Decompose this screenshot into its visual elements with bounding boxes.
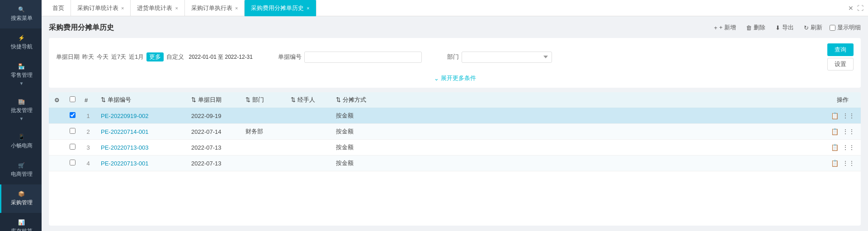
row-1-method: 按金额 xyxy=(331,108,825,124)
data-table-area: ⚙ # ⇅ 单据编号 ⇅ 单据日期 ⇅ 部门 xyxy=(49,92,861,226)
row-3-doc-link[interactable]: PE-20220713-003 xyxy=(101,144,149,151)
date-shortcut-today[interactable]: 今天 xyxy=(97,53,108,61)
row-4-handler xyxy=(286,156,331,171)
sidebar-item-purchase[interactable]: 📦 采购管理 xyxy=(0,184,42,213)
row-4-dept xyxy=(241,156,286,171)
show-columns-input[interactable] xyxy=(830,25,835,31)
tab-purchase-order-stats[interactable]: 采购订单统计表 × xyxy=(71,0,131,16)
chevron-down-icon: ▼ xyxy=(19,81,24,86)
th-date[interactable]: ⇅ 单据日期 xyxy=(187,92,241,108)
row-1-checkbox[interactable] xyxy=(70,112,75,118)
close-tab-1[interactable]: × xyxy=(121,0,124,16)
row-4-edit-icon[interactable]: 📋 xyxy=(831,160,839,167)
filter-dept: 部门 财务部 xyxy=(447,52,552,63)
row-1-more-icon[interactable]: ⋮⋮ xyxy=(842,112,855,119)
tab-purchase-exec[interactable]: 采购订单执行表 × xyxy=(185,0,245,16)
page-header: 采购费用分摊单历史 + + 新增 🗑 删除 ⬇ 导出 ↻ 刷新 xyxy=(49,22,861,33)
row-2-edit-icon[interactable]: 📋 xyxy=(831,128,839,135)
date-shortcut-more[interactable]: 更多 xyxy=(146,52,164,61)
sidebar-item-retail[interactable]: 🏪 零售管理 ▼ xyxy=(0,57,42,92)
export-icon: ⬇ xyxy=(775,24,780,31)
query-setting-area: 查询 设置 xyxy=(827,43,854,71)
sidebar-item-ecom[interactable]: 🛒 电商管理 xyxy=(0,156,42,184)
th-gear[interactable]: ⚙ xyxy=(49,92,65,108)
row-2-checkbox[interactable] xyxy=(70,128,75,134)
main-content: 首页 采购订单统计表 × 进货单统计表 × 采购订单执行表 × 采购费用分摊单历… xyxy=(42,0,868,231)
row-3-doc: PE-20220713-003 xyxy=(96,140,187,156)
settings-button[interactable]: 设置 xyxy=(827,58,854,71)
sidebar-item-nav[interactable]: ⚡ 快捷导航 xyxy=(0,28,42,57)
sidebar-item-wholesale[interactable]: 🏬 批发管理 ▼ xyxy=(0,92,42,127)
tab-home[interactable]: 首页 xyxy=(46,0,71,16)
row-2-handler xyxy=(286,124,331,140)
row-3-checkbox[interactable] xyxy=(70,144,75,150)
row-1-handler xyxy=(286,108,331,124)
ecom-small-icon: 📱 xyxy=(18,134,25,140)
select-all-checkbox[interactable] xyxy=(70,96,75,102)
sidebar-item-ecom-small[interactable]: 📱 小畅电商 xyxy=(0,127,42,156)
date-shortcuts: 昨天 今天 近7天 近1月 更多 自定义 xyxy=(82,52,184,61)
row-1-edit-icon[interactable]: 📋 xyxy=(831,112,839,119)
close-tab-4[interactable]: × xyxy=(307,0,309,16)
sort-icon-date: ⇅ xyxy=(191,96,196,103)
row-4-checkbox[interactable] xyxy=(70,160,75,165)
date-shortcut-custom[interactable]: 自定义 xyxy=(166,53,184,61)
maximize-icon[interactable]: ⛶ xyxy=(857,5,863,12)
sort-icon-doc: ⇅ xyxy=(101,96,106,103)
tab-cost-history[interactable]: 采购费用分摊单历史 × xyxy=(245,0,316,16)
date-filter-label: 单据日期 xyxy=(56,53,80,61)
row-2-method: 按金额 xyxy=(331,124,825,140)
th-num: # xyxy=(80,92,96,108)
dept-select[interactable]: 财务部 xyxy=(462,52,552,63)
export-button[interactable]: ⬇ 导出 xyxy=(773,22,797,33)
th-doc-no[interactable]: ⇅ 单据编号 xyxy=(96,92,187,108)
date-shortcut-1month[interactable]: 近1月 xyxy=(129,53,144,61)
row-3-edit-icon[interactable]: 📋 xyxy=(831,144,839,151)
row-2-more-icon[interactable]: ⋮⋮ xyxy=(842,128,855,135)
row-1-ops: 📋 ⋮⋮ xyxy=(825,108,861,124)
table-row: 2 PE-20220714-001 2022-07-14 财务部 按金额 📋 ⋮… xyxy=(49,124,861,140)
sort-icon-method: ⇅ xyxy=(336,96,341,103)
th-method[interactable]: ⇅ 分摊方式 xyxy=(331,92,825,108)
row-2-num: 2 xyxy=(80,124,96,140)
expand-button[interactable]: ⌄ 展开更多条件 xyxy=(434,74,476,82)
filter-area: 单据日期 昨天 今天 近7天 近1月 更多 自定义 2022-01-01 至 2… xyxy=(49,38,861,88)
table-row: 3 PE-20220713-003 2022-07-13 按金额 📋 ⋮⋮ xyxy=(49,140,861,156)
row-2-doc-link[interactable]: PE-20220714-001 xyxy=(101,128,149,135)
row-1-doc-link[interactable]: PE-20220919-002 xyxy=(101,113,149,119)
date-shortcut-yesterday[interactable]: 昨天 xyxy=(82,53,94,61)
row-4-doc-link[interactable]: PE-20220713-001 xyxy=(101,160,149,167)
th-handler[interactable]: ⇅ 经手人 xyxy=(286,92,331,108)
tab-bar-actions: ✕ ⛶ xyxy=(848,5,863,12)
query-button[interactable]: 查询 xyxy=(827,43,854,56)
filter-date: 单据日期 昨天 今天 近7天 近1月 更多 自定义 2022-01-01 至 2… xyxy=(56,52,253,61)
close-tab-2[interactable]: × xyxy=(175,0,178,16)
row-1-doc: PE-20220919-002 xyxy=(96,108,187,124)
th-ops: 操作 xyxy=(825,92,861,108)
doc-no-input[interactable] xyxy=(304,52,422,63)
date-shortcut-7days[interactable]: 近7天 xyxy=(111,53,126,61)
row-3-dept xyxy=(241,140,286,156)
refresh-button[interactable]: ↻ 刷新 xyxy=(801,22,825,33)
close-window-icon[interactable]: ✕ xyxy=(848,5,854,12)
row-1-num: 1 xyxy=(80,108,96,124)
row-3-more-icon[interactable]: ⋮⋮ xyxy=(842,144,855,151)
tab-inbound-stats[interactable]: 进货单统计表 × xyxy=(131,0,184,16)
show-columns-checkbox[interactable]: 显示明细 xyxy=(830,24,861,32)
close-tab-3[interactable]: × xyxy=(235,0,238,16)
row-3-ops: 📋 ⋮⋮ xyxy=(825,140,861,156)
sidebar-item-search[interactable]: 🔍 搜索菜单 xyxy=(0,0,42,28)
row-3-num: 3 xyxy=(80,140,96,156)
delete-button[interactable]: 🗑 删除 xyxy=(743,22,768,33)
filter-row-1: 单据日期 昨天 今天 近7天 近1月 更多 自定义 2022-01-01 至 2… xyxy=(56,43,854,71)
add-icon: + xyxy=(714,24,717,31)
nav-icon: ⚡ xyxy=(18,35,25,41)
row-3-method: 按金额 xyxy=(331,140,825,156)
add-button[interactable]: + + 新增 xyxy=(711,22,739,33)
row-4-method: 按金额 xyxy=(331,156,825,171)
row-4-ops: 📋 ⋮⋮ xyxy=(825,156,861,171)
page-title: 采购费用分摊单历史 xyxy=(49,23,114,33)
row-4-more-icon[interactable]: ⋮⋮ xyxy=(842,160,855,167)
sidebar-item-inventory[interactable]: 📊 库存核算 xyxy=(0,213,42,231)
th-dept[interactable]: ⇅ 部门 xyxy=(241,92,286,108)
